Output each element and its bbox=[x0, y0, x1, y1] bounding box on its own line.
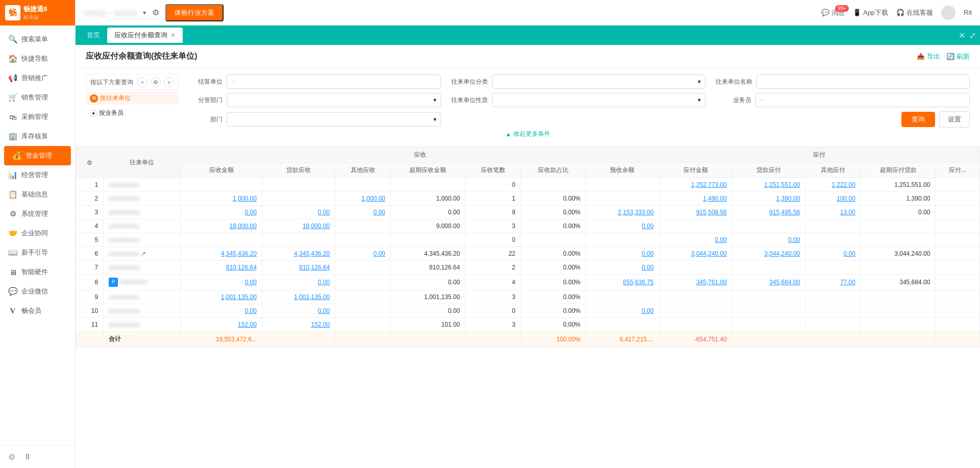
tabbar-expand-btn[interactable]: ⤢ bbox=[969, 31, 976, 40]
cell-link[interactable]: 3,044,240.00 bbox=[691, 250, 727, 257]
sidebar-collapse-btn[interactable]: ⏸ bbox=[23, 452, 32, 462]
cell-link[interactable]: 345,761.00 bbox=[696, 279, 727, 286]
salesperson-input[interactable]: ··· bbox=[755, 93, 970, 107]
cell-link[interactable]: 0.00 bbox=[788, 236, 800, 243]
avatar[interactable] bbox=[941, 6, 955, 20]
tabbar-close-btn[interactable]: ✕ bbox=[959, 31, 965, 40]
cell-link[interactable]: 0.00 bbox=[318, 307, 330, 314]
sidebar-item-search[interactable]: 🔍 搜索菜单 bbox=[0, 30, 75, 49]
table-cell[interactable]: 1,490.00 bbox=[659, 192, 732, 206]
table-cell[interactable]: 0.00 bbox=[181, 206, 262, 219]
cell-link[interactable]: 1,000.00 bbox=[233, 195, 257, 202]
table-cell[interactable]: 100.00 bbox=[805, 192, 861, 206]
tab-home[interactable]: 首页 bbox=[80, 28, 107, 43]
table-cell[interactable]: 0.00 bbox=[805, 247, 861, 261]
table-cell[interactable]: 345,684.00 bbox=[732, 275, 805, 290]
table-cell[interactable]: 1,001,135.00 bbox=[262, 290, 335, 304]
settlement-unit-input[interactable]: ··· bbox=[227, 75, 441, 89]
cell-link[interactable]: 100.00 bbox=[837, 195, 855, 202]
cell-link[interactable]: 1,222.00 bbox=[831, 181, 855, 188]
header-service-btn[interactable]: 🎧 在线客服 bbox=[896, 8, 933, 17]
table-cell[interactable]: 810,126.64 bbox=[262, 261, 335, 275]
table-cell[interactable]: 1,251,551.00 bbox=[732, 178, 805, 192]
sidebar-item-inventory[interactable]: 🏢 库存核算 bbox=[0, 127, 75, 146]
table-cell[interactable]: 1,000.00 bbox=[181, 192, 262, 206]
username-label[interactable]: Rit bbox=[964, 9, 972, 16]
cell-link[interactable]: 345,684.00 bbox=[769, 279, 800, 286]
header-app-btn[interactable]: 📱 App下载 bbox=[853, 8, 888, 17]
table-cell[interactable]: 1,390.00 bbox=[732, 192, 805, 206]
table-cell[interactable]: 810,126.64 bbox=[181, 261, 262, 275]
sidebar-item-operations[interactable]: 📊 经营管理 bbox=[0, 165, 75, 185]
promo-button[interactable]: 体验行业方案 bbox=[165, 4, 224, 21]
cell-link[interactable]: 1,000.00 bbox=[361, 195, 385, 202]
cell-link[interactable]: 0.00 bbox=[642, 264, 653, 271]
sidebar-item-member[interactable]: V 畅会员 bbox=[0, 301, 75, 321]
table-cell[interactable]: 915,495.56 bbox=[732, 206, 805, 219]
cell-link[interactable]: 915,508.56 bbox=[696, 209, 727, 216]
cell-link[interactable]: 0.00 bbox=[642, 250, 653, 257]
table-cell[interactable]: 2,153,333.00 bbox=[586, 206, 659, 219]
table-cell[interactable]: 0.00 bbox=[335, 247, 391, 261]
table-cell[interactable]: 13.00 bbox=[805, 206, 861, 219]
cell-link[interactable]: 18,000.00 bbox=[229, 223, 256, 230]
cell-link[interactable]: 1,490.00 bbox=[703, 195, 727, 202]
sidebar-item-collab[interactable]: 🤝 企业协同 bbox=[0, 224, 75, 243]
export-button[interactable]: 📤 导出 bbox=[917, 52, 940, 61]
cell-link[interactable]: 0.00 bbox=[844, 250, 855, 257]
table-cell[interactable]: 655,636.75 bbox=[586, 275, 659, 290]
sidebar-item-finance[interactable]: 💰 资金管理 bbox=[4, 146, 71, 165]
filter-option-by-unit[interactable]: 畅 按往来单位 bbox=[86, 92, 179, 105]
table-cell[interactable]: 0.00 bbox=[586, 247, 659, 261]
cell-link[interactable]: 1,390.00 bbox=[776, 195, 800, 202]
filter-option-by-staff[interactable]: ● 按业务员 bbox=[86, 107, 179, 119]
cell-link[interactable]: 18,000.00 bbox=[303, 223, 330, 230]
sidebar-item-sales[interactable]: 🛒 销售管理 bbox=[0, 88, 75, 107]
breadcrumb-dropdown-icon[interactable]: ▾ bbox=[143, 9, 146, 16]
table-cell[interactable]: 3,044,240.00 bbox=[732, 247, 805, 261]
dept-input[interactable]: ▾ bbox=[227, 112, 441, 127]
cell-link[interactable]: 0.00 bbox=[642, 223, 653, 230]
cell-link[interactable]: 0.00 bbox=[244, 307, 256, 314]
scheme-collapse-btn[interactable]: « bbox=[164, 77, 174, 87]
cell-link[interactable]: 0.00 bbox=[373, 209, 385, 216]
filter-collapse-btn[interactable]: ▲ 收起更多条件 bbox=[86, 128, 970, 140]
table-cell[interactable]: 0.00 bbox=[335, 206, 391, 219]
tab-close-icon[interactable]: ✕ bbox=[170, 32, 176, 39]
cell-link[interactable]: 1,251,551.00 bbox=[764, 181, 800, 188]
cell-link[interactable]: 0.00 bbox=[318, 209, 330, 216]
cell-link[interactable]: 152.00 bbox=[311, 321, 330, 328]
table-cell[interactable]: 18,000.00 bbox=[262, 219, 335, 233]
sidebar-item-system[interactable]: ⚙ 系统管理 bbox=[0, 204, 75, 224]
unit-nature-input[interactable]: ▾ bbox=[492, 93, 705, 107]
table-cell[interactable]: 0.00 bbox=[262, 304, 335, 318]
table-cell[interactable]: 0.00 bbox=[262, 206, 335, 219]
table-cell[interactable]: 0.00 bbox=[586, 219, 659, 233]
cell-link[interactable]: 655,636.75 bbox=[623, 279, 654, 286]
table-cell[interactable]: 0.00 bbox=[181, 275, 262, 290]
cell-link[interactable]: 1,252,773.00 bbox=[691, 181, 727, 188]
col-settings-icon[interactable]: ⚙ bbox=[76, 147, 104, 178]
table-cell[interactable]: 18,000.00 bbox=[181, 219, 262, 233]
table-cell[interactable]: 3,044,240.00 bbox=[659, 247, 732, 261]
tab-arbalance[interactable]: 应收应付余额查询 ✕ bbox=[107, 28, 183, 43]
table-cell[interactable]: 0.00 bbox=[732, 233, 805, 247]
cell-link[interactable]: 0.00 bbox=[373, 250, 385, 257]
cell-link[interactable]: 0.00 bbox=[715, 236, 727, 243]
unit-category-input[interactable]: ▾ bbox=[492, 75, 705, 89]
cell-link[interactable]: 4,345,436.20 bbox=[294, 250, 330, 257]
dept-managed-input[interactable]: ▾ bbox=[227, 93, 441, 107]
scheme-add-btn[interactable]: + bbox=[137, 77, 148, 87]
table-area[interactable]: ⚙ 往来单位 应收 应付 应收金额 贷款应收 其他应收 超期应收金额 应收笔数 … bbox=[76, 147, 980, 468]
table-cell[interactable]: 1,000.00 bbox=[335, 192, 391, 206]
sidebar-settings-btn[interactable]: ⚙ bbox=[8, 452, 15, 462]
cell-link[interactable]: 0.00 bbox=[244, 279, 256, 286]
sidebar-item-hardware[interactable]: 🖥 智能硬件 bbox=[0, 262, 75, 282]
sidebar-item-wechat[interactable]: 💬 企业微信 bbox=[0, 282, 75, 301]
table-cell[interactable]: 0.00 bbox=[262, 275, 335, 290]
table-cell[interactable]: 1,222.00 bbox=[805, 178, 861, 192]
table-cell[interactable]: 0.00 bbox=[586, 304, 659, 318]
table-cell[interactable]: 0.00 bbox=[181, 304, 262, 318]
table-cell[interactable]: 152.00 bbox=[181, 318, 262, 332]
cell-link[interactable]: 77.00 bbox=[840, 279, 855, 286]
